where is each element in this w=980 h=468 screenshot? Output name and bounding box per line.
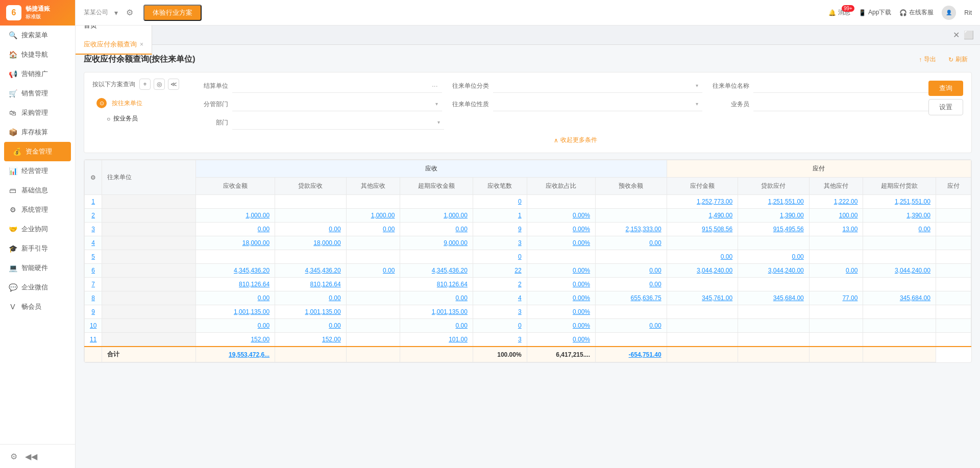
cell-ap_other-1[interactable]: 100.00 — [809, 209, 863, 223]
cell-ar_count-2[interactable]: 9 — [473, 223, 527, 236]
cell-ar_loan-5[interactable]: 4,345,436.20 — [275, 264, 347, 278]
cell-ar_overdue-9[interactable]: 0.00 — [400, 319, 473, 333]
app-download-button[interactable]: 📱 App下载 — [859, 8, 891, 17]
notification-button[interactable]: 🔔 消息 99+ — [828, 8, 850, 17]
cell-num-1[interactable]: 2 — [85, 209, 102, 223]
dept-select[interactable]: ▾ — [232, 115, 444, 130]
cell-ap_amount-7[interactable]: 345,761.00 — [667, 291, 738, 305]
cell-num-5[interactable]: 6 — [85, 264, 102, 278]
cell-num-3[interactable]: 4 — [85, 236, 102, 250]
sidebar-item-marketing[interactable]: 📢 营销推广 — [0, 64, 75, 84]
cell-ar_amount-3[interactable]: 18,000.00 — [196, 236, 275, 250]
cell-ar_count-7[interactable]: 4 — [473, 291, 527, 305]
cell-num-10[interactable]: 11 — [85, 333, 102, 347]
footer-ar-total[interactable]: 19,553,472,6... — [196, 347, 275, 362]
maximize-btn[interactable]: ⬜ — [964, 30, 974, 40]
cell-num-0[interactable]: 1 — [85, 195, 102, 209]
cell-ar_prepaid-3[interactable]: 0.00 — [596, 236, 667, 250]
cell-ar_count-1[interactable]: 1 — [473, 209, 527, 223]
cell-num-6[interactable]: 7 — [85, 278, 102, 291]
cell-ar_ratio-5[interactable]: 0.00% — [527, 264, 595, 278]
cell-ap_loan-2[interactable]: 915,495.56 — [738, 223, 810, 236]
filter-by-salesperson[interactable]: ○ 按业务员 — [103, 112, 179, 125]
sidebar-item-wechat[interactable]: 💬 企业微信 — [0, 278, 75, 297]
cell-ar_ratio-7[interactable]: 0.00% — [527, 291, 595, 305]
cell-ar_count-5[interactable]: 22 — [473, 264, 527, 278]
sidebar-item-guide[interactable]: 🎓 新手引导 — [0, 239, 75, 258]
cell-ar_count-10[interactable]: 3 — [473, 333, 527, 347]
cell-ar_overdue-8[interactable]: 1,001,135.00 — [400, 305, 473, 319]
cell-ap_amount-4[interactable]: 0.00 — [667, 250, 738, 264]
sidebar-item-finance[interactable]: 💰 资金管理 — [4, 142, 71, 161]
cell-ar_other-5[interactable]: 0.00 — [346, 264, 400, 278]
cell-ar_ratio-8[interactable]: 0.00% — [527, 305, 595, 319]
cell-num-2[interactable]: 3 — [85, 223, 102, 236]
cell-ar_amount-6[interactable]: 810,126.64 — [196, 278, 275, 291]
cell-ap_other-7[interactable]: 77.00 — [809, 291, 863, 305]
sidebar-item-inventory[interactable]: 📦 库存核算 — [0, 122, 75, 142]
cell-ap_other-0[interactable]: 1,222.00 — [809, 195, 863, 209]
cell-num-4[interactable]: 5 — [85, 250, 102, 264]
online-service-button[interactable]: 🎧 在线客服 — [899, 8, 934, 17]
sidebar-item-purchase[interactable]: 🛍 采购管理 — [0, 103, 75, 122]
cell-ar_overdue-2[interactable]: 0.00 — [400, 223, 473, 236]
cell-ar_loan-3[interactable]: 18,000.00 — [275, 236, 347, 250]
cell-ap_loan-0[interactable]: 1,251,551.00 — [738, 195, 810, 209]
sidebar-item-hardware[interactable]: 💻 智能硬件 — [0, 258, 75, 278]
partner-category-select[interactable]: ▾ — [493, 79, 703, 93]
filter-settings-btn[interactable]: ◎ — [154, 79, 165, 90]
cell-ar_amount-9[interactable]: 0.00 — [196, 319, 275, 333]
cell-ar_ratio-1[interactable]: 0.00% — [527, 209, 595, 223]
cell-ap_overdue-0[interactable]: 1,251,551.00 — [863, 195, 936, 209]
cell-ar_amount-5[interactable]: 4,345,436.20 — [196, 264, 275, 278]
cell-ar_prepaid-9[interactable]: 0.00 — [596, 319, 667, 333]
cell-ar_ratio-3[interactable]: 0.00% — [527, 236, 595, 250]
settlement-unit-select[interactable]: ··· — [232, 79, 442, 93]
sidebar-item-sales[interactable]: 🛒 销售管理 — [0, 84, 75, 103]
department-select[interactable]: ▾ — [232, 97, 442, 111]
cell-ar_loan-9[interactable]: 0.00 — [275, 319, 347, 333]
sidebar-settings-btn[interactable]: ⚙ — [6, 449, 21, 464]
cell-ar_loan-10[interactable]: 152.00 — [275, 333, 347, 347]
cell-ap_loan-1[interactable]: 1,390.00 — [738, 209, 810, 223]
sidebar-item-basic[interactable]: 🗃 基础信息 — [0, 181, 75, 200]
cell-ap_overdue-5[interactable]: 3,044,240.00 — [863, 264, 936, 278]
cell-ar_loan-2[interactable]: 0.00 — [275, 223, 347, 236]
cell-ap_amount-0[interactable]: 1,252,773.00 — [667, 195, 738, 209]
cell-ar_amount-7[interactable]: 0.00 — [196, 291, 275, 305]
cell-ap_loan-7[interactable]: 345,684.00 — [738, 291, 810, 305]
cell-ar_prepaid-2[interactable]: 2,153,333.00 — [596, 223, 667, 236]
topbar-gear-icon[interactable]: ⚙ — [126, 8, 133, 17]
footer-ap-total[interactable]: -654,751.40 — [596, 347, 667, 362]
cell-ap_other-5[interactable]: 0.00 — [809, 264, 863, 278]
cell-ap_loan-4[interactable]: 0.00 — [738, 250, 810, 264]
settlement-unit-dots[interactable]: ··· — [432, 82, 438, 90]
cell-ar_count-4[interactable]: 0 — [473, 250, 527, 264]
cell-ar_other-2[interactable]: 0.00 — [346, 223, 400, 236]
cell-ar_other-1[interactable]: 1,000.00 — [346, 209, 400, 223]
partner-nature-select[interactable]: ▾ — [493, 97, 703, 111]
cell-ar_overdue-6[interactable]: 810,126.64 — [400, 278, 473, 291]
cell-ap_overdue-7[interactable]: 345,684.00 — [863, 291, 936, 305]
cell-ar_overdue-3[interactable]: 9,000.00 — [400, 236, 473, 250]
cell-ar_amount-8[interactable]: 1,001,135.00 — [196, 305, 275, 319]
cell-ar_count-0[interactable]: 0 — [473, 195, 527, 209]
cell-ar_overdue-5[interactable]: 4,345,436.20 — [400, 264, 473, 278]
cell-ar_ratio-6[interactable]: 0.00% — [527, 278, 595, 291]
cell-ar_count-6[interactable]: 2 — [473, 278, 527, 291]
cell-ar_loan-7[interactable]: 0.00 — [275, 291, 347, 305]
cell-ar_amount-10[interactable]: 152.00 — [196, 333, 275, 347]
cell-ar_overdue-7[interactable]: 0.00 — [400, 291, 473, 305]
cell-ap_overdue-2[interactable]: 0.00 — [863, 223, 936, 236]
th-settings-icon[interactable]: ⚙ — [85, 160, 102, 195]
cell-ar_prepaid-5[interactable]: 0.00 — [596, 264, 667, 278]
cell-ar_loan-8[interactable]: 1,001,135.00 — [275, 305, 347, 319]
cell-num-8[interactable]: 9 — [85, 305, 102, 319]
sidebar-collapse-btn[interactable]: ◀◀ — [23, 449, 39, 464]
collapse-button[interactable]: ∧ 收起更多条件 — [187, 134, 963, 146]
cell-ar_amount-1[interactable]: 1,000.00 — [196, 209, 275, 223]
cell-ar_ratio-9[interactable]: 0.00% — [527, 319, 595, 333]
cell-ap_loan-5[interactable]: 3,044,240.00 — [738, 264, 810, 278]
cell-ap_other-2[interactable]: 13.00 — [809, 223, 863, 236]
add-filter-btn[interactable]: + — [139, 79, 151, 90]
